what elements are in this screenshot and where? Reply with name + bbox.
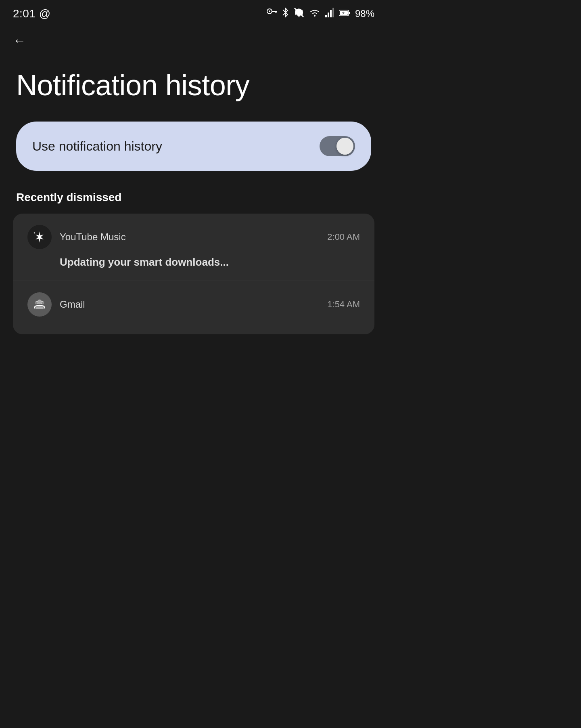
- mute-icon: [294, 7, 304, 20]
- svg-point-1: [269, 10, 270, 12]
- page-title: Notification history: [0, 53, 387, 122]
- notification-history-toggle[interactable]: [320, 136, 355, 156]
- notification-item-gmail[interactable]: Gmail 1:54 AM: [13, 281, 374, 334]
- back-button[interactable]: ←: [0, 24, 387, 53]
- notification-item-youtube-music[interactable]: YouTube Music 2:00 AM Updating your smar…: [13, 214, 374, 281]
- youtube-music-app-name: YouTube Music: [60, 231, 319, 243]
- youtube-music-time: 2:00 AM: [327, 232, 360, 242]
- status-icons: 98%: [266, 7, 374, 20]
- bluetooth-icon: [282, 7, 289, 20]
- wifi-icon: [309, 8, 320, 19]
- svg-rect-14: [349, 12, 350, 14]
- svg-point-20: [42, 301, 44, 304]
- gmail-time: 1:54 AM: [327, 299, 360, 310]
- youtube-music-body: Updating your smart downloads...: [27, 256, 360, 269]
- gmail-app-name: Gmail: [60, 299, 319, 310]
- notification-header-gmail: Gmail 1:54 AM: [27, 292, 360, 317]
- key-icon: [266, 8, 277, 19]
- status-time: 2:01 @: [13, 7, 51, 20]
- svg-point-19: [35, 301, 38, 304]
- toggle-knob: [336, 138, 353, 155]
- notification-header-yt: YouTube Music 2:00 AM: [27, 225, 360, 249]
- time-display: 2:01: [13, 7, 36, 20]
- svg-rect-11: [330, 10, 332, 17]
- battery-icon: [339, 8, 350, 19]
- svg-rect-9: [325, 15, 327, 17]
- battery-percent: 98%: [355, 8, 374, 19]
- svg-point-6: [298, 16, 299, 17]
- svg-rect-12: [332, 8, 334, 17]
- svg-point-21: [38, 300, 42, 304]
- svg-point-8: [314, 15, 316, 17]
- toggle-label: Use notification history: [32, 139, 162, 154]
- youtube-music-icon: [27, 225, 52, 249]
- notification-list: YouTube Music 2:00 AM Updating your smar…: [13, 214, 374, 334]
- signal-icon: [325, 8, 334, 20]
- svg-rect-10: [328, 13, 329, 17]
- gmail-icon: [27, 292, 52, 317]
- recently-dismissed-header: Recently dismissed: [0, 191, 387, 214]
- notification-history-toggle-card: Use notification history: [16, 122, 371, 171]
- at-sign: @: [39, 7, 51, 20]
- status-bar: 2:01 @: [0, 0, 387, 24]
- back-arrow-icon: ←: [13, 33, 26, 48]
